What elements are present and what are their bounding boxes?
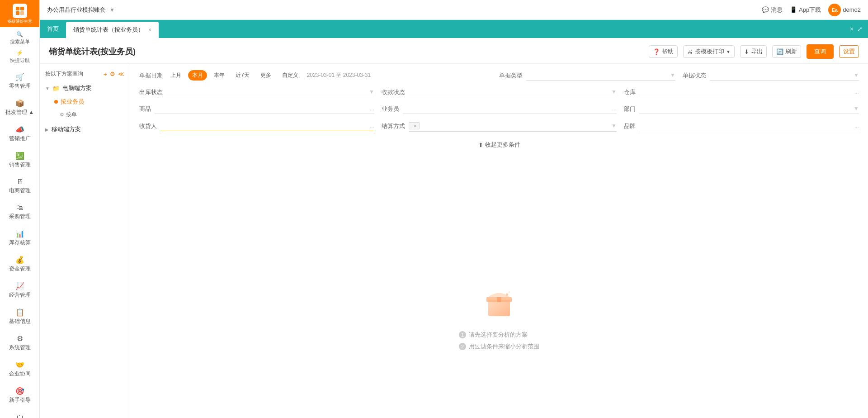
- doc-status-control[interactable]: ▼: [710, 70, 859, 81]
- date-btn-more[interactable]: 更多: [256, 70, 275, 81]
- receiver-inner: ...: [160, 123, 374, 129]
- search-menu-item[interactable]: 🔍 搜索菜单: [0, 27, 39, 47]
- settlement-label: 结算方式: [382, 122, 405, 130]
- date-btn-this-year[interactable]: 本年: [210, 70, 229, 81]
- scheme-collapse-icon[interactable]: ≪: [118, 71, 124, 78]
- export-btn[interactable]: ⬇ 导出: [740, 45, 767, 58]
- tab-report[interactable]: 销货单统计表（按业务员） ×: [66, 22, 159, 38]
- brand-control[interactable]: ...: [639, 121, 859, 131]
- user-profile-btn[interactable]: Ea demo2: [828, 4, 861, 16]
- warehouse-control[interactable]: ...: [639, 87, 859, 97]
- print-btn[interactable]: 🖨 按模板打印 ▼: [683, 45, 735, 58]
- sidebar-item-ecom[interactable]: 🖥 电商管理: [0, 173, 39, 199]
- settlement-control[interactable]: × ▼: [409, 120, 617, 132]
- help-btn[interactable]: ❓ 帮助: [649, 45, 678, 58]
- app-download-btn[interactable]: 📱 App下载: [790, 6, 821, 14]
- svg-rect-3: [20, 11, 24, 15]
- tip-num-1: 1: [459, 331, 466, 338]
- tab-home[interactable]: 首页: [40, 20, 66, 38]
- doc-status-arrow: ▼: [854, 72, 859, 78]
- svg-rect-4: [488, 300, 510, 316]
- scheme-add-icon[interactable]: +: [104, 71, 107, 78]
- tip-num-2: 2: [459, 343, 466, 350]
- sidebar-item-purchase[interactable]: 🛍 采购管理: [0, 199, 39, 225]
- filter-row-3: 商品 ... 业务员: [139, 104, 859, 114]
- goods-inner: ...: [155, 105, 374, 112]
- message-btn[interactable]: 💬 消息: [762, 6, 783, 14]
- basic-icon: 📋: [2, 308, 38, 317]
- print-label: 按模板打印: [695, 48, 724, 56]
- filter-row-4: 收货人 ... 结算方式: [139, 120, 859, 132]
- out-status-control[interactable]: ▼: [166, 87, 374, 97]
- warehouse-ellipsis[interactable]: ...: [854, 89, 859, 95]
- scheme-group-pc-title[interactable]: ▼ 📁 电脑端方案: [40, 81, 130, 95]
- sidebar-item-apps[interactable]: 🗂 应用中心: [0, 408, 39, 418]
- empty-state: 1 请先选择要分析的方案 2 用过滤条件来缩小分析范围: [130, 220, 868, 418]
- sidebar-item-retail[interactable]: 🛒 零售管理: [0, 68, 39, 95]
- top-header: 办公用品行业模拟账套 ▼ 💬 消息 📱 App下载 Ea demo2: [40, 0, 868, 20]
- refresh-btn[interactable]: 🔄 刷新: [772, 45, 801, 58]
- payment-status-inner: ▼: [409, 89, 617, 95]
- sidebar-item-system[interactable]: ⚙ 系统管理: [0, 330, 39, 356]
- sidebar-item-basic[interactable]: 📋 基础信息: [0, 304, 39, 330]
- system-icon: ⚙: [2, 334, 38, 343]
- brand-ellipsis[interactable]: ...: [854, 123, 859, 129]
- scheme-item-by-doc[interactable]: ⚙ 按单: [40, 109, 130, 121]
- scheme-settings-icon[interactable]: ⚙: [110, 71, 115, 78]
- scheme-item-by-salesman[interactable]: 按业务员: [40, 95, 130, 109]
- export-label: 导出: [751, 48, 763, 56]
- header-actions: 💬 消息 📱 App下载 Ea demo2: [762, 4, 861, 16]
- date-btn-7days[interactable]: 近7天: [231, 70, 254, 81]
- active-dot: [54, 100, 58, 104]
- tab-close-icon[interactable]: ×: [148, 27, 151, 33]
- sidebar-item-enterprise[interactable]: 🤝 企业协同: [0, 356, 39, 382]
- settings-btn[interactable]: 设置: [839, 45, 859, 58]
- settlement-tag-close[interactable]: ×: [414, 123, 416, 128]
- date-filter: 上月 本月 本年 近7天 更多 自定义 2023-03-01 至 2023-03…: [166, 70, 371, 81]
- filter-results-area: 单据日期 上月 本月 本年 近7天 更多 自定义 2023-03-01 至 20…: [130, 64, 868, 418]
- sidebar-item-finance[interactable]: 💰 资金管理: [0, 251, 39, 277]
- receiver-ellipsis[interactable]: ...: [370, 123, 374, 129]
- inventory-label: 库存核算: [2, 239, 38, 247]
- query-label: 查询: [814, 48, 826, 56]
- receiver-control[interactable]: ...: [160, 121, 374, 131]
- warehouse-inner: ...: [639, 89, 859, 95]
- sidebar-item-operation[interactable]: 📈 经营管理: [0, 277, 39, 304]
- collapse-btn[interactable]: ⬆ 收起更多条件: [478, 141, 520, 149]
- tab-fullscreen-icon[interactable]: ⤢: [857, 25, 863, 33]
- quick-nav-item[interactable]: ⚡ 快捷导航: [0, 47, 39, 66]
- out-status-arrow: ▼: [369, 89, 374, 95]
- sidebar-item-newbie[interactable]: 🎯 新手引导: [0, 382, 39, 408]
- purchase-icon: 🛍: [2, 204, 38, 212]
- department-control[interactable]: ▼: [639, 104, 859, 114]
- salesman-ellipsis[interactable]: ...: [612, 105, 617, 112]
- doc-type-control[interactable]: ▼: [526, 70, 675, 81]
- retail-label: 零售管理: [2, 82, 38, 90]
- refresh-label: 刷新: [785, 48, 797, 56]
- tab-close-all-icon[interactable]: ×: [850, 25, 854, 33]
- doc-type-arrow: ▼: [670, 72, 675, 78]
- date-btn-custom[interactable]: 自定义: [278, 70, 302, 81]
- svg-rect-2: [16, 11, 19, 15]
- date-btn-this-month[interactable]: 本月: [188, 70, 207, 81]
- date-btn-last-month[interactable]: 上月: [166, 70, 185, 81]
- retail-icon: 🛒: [2, 73, 38, 81]
- scheme-group-mobile-title[interactable]: ▶ 移动端方案: [40, 123, 130, 136]
- enterprise-icon: 🤝: [2, 361, 38, 369]
- goods-control[interactable]: ...: [155, 104, 374, 114]
- goods-ellipsis[interactable]: ...: [370, 105, 374, 112]
- print-icon: 🖨: [687, 48, 693, 55]
- wholesale-label: 批发管理 ▲: [2, 109, 38, 116]
- payment-status-control[interactable]: ▼: [409, 87, 617, 97]
- filter-doc-type-item: 单据类型 ▼: [499, 70, 675, 81]
- sidebar-item-inventory[interactable]: 📊 库存核算: [0, 225, 39, 251]
- print-arrow-icon: ▼: [726, 49, 731, 54]
- query-btn[interactable]: 查询: [807, 44, 834, 59]
- sidebar-item-sales[interactable]: 💹 销售管理: [0, 147, 39, 173]
- sidebar-item-marketing[interactable]: 📣 营销推广: [0, 121, 39, 147]
- sidebar-item-wholesale[interactable]: 📦 批发管理 ▲: [0, 95, 39, 121]
- filter-salesman-item: 业务员 ...: [382, 104, 617, 114]
- salesman-control[interactable]: ...: [403, 104, 617, 114]
- doc-status-inner: ▼: [710, 72, 859, 78]
- wholesale-icon: 📦: [2, 99, 38, 108]
